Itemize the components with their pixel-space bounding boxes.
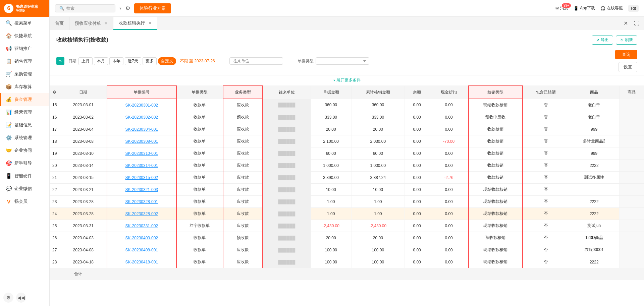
page-title: 收款核销执行(按收款) [56,37,108,44]
sidebar-item-member[interactable]: V 畅会员 [0,195,49,208]
cell-doctype: 收款单 [176,160,223,172]
query-button[interactable]: 查询 [615,50,637,59]
sidebar-item-purchase[interactable]: 🛒 采购管理 [0,68,49,80]
online-service-button[interactable]: 🎧 在线客服 [600,5,623,11]
expand-chevron-icon: ▾ [333,78,335,82]
sidebar-item-marketing[interactable]: 📢 营销推广 [0,42,49,55]
filter-toggle-button[interactable]: » [56,57,64,65]
cell-no: 15 [50,99,60,111]
handshake-icon: 🤝 [6,147,12,154]
col-date-header: 日期 [60,86,107,99]
tab-prepay-close-icon[interactable]: ✕ [104,21,108,26]
cell-settled: 否 [523,123,569,135]
cell-cancel-type: 现结收款核销 [469,196,523,208]
date-btn-more[interactable]: 更多 [143,57,157,65]
cell-biztype: 应收款 [223,172,263,184]
message-button[interactable]: ✉ 消息 99+ [555,5,568,11]
tab-maximize-icon[interactable]: ⛶ [632,20,641,27]
topbar-gear-icon[interactable]: ⚙ [125,5,130,11]
tab-receivable-close-icon[interactable]: ✕ [148,21,152,25]
settings-button[interactable]: 设置 [619,62,637,72]
cell-amount: 100.00 [311,256,351,268]
megaphone-icon: 📢 [6,46,12,52]
target-icon: 🎯 [6,160,12,166]
cell-product: 2222 [569,196,619,208]
sidebar-item-sales[interactable]: 📋 销售管理 [0,55,49,68]
cell-date: 2023-03-21 [60,184,107,196]
tab-close-all-icon[interactable]: ✕ [622,19,630,27]
headset-icon: 🎧 [600,6,605,11]
doc-no-link[interactable]: SK-20230331-002 [125,224,158,228]
date-btn-this-month[interactable]: 本月 [94,57,108,65]
doc-no-link[interactable]: SK-20230408-001 [125,248,158,252]
cell-discount: 0.00 [429,111,469,123]
col-cancel-amount-header: 累计核销金额 [351,86,405,99]
cell-product2 [619,160,644,172]
company-filter-input[interactable] [229,57,283,65]
sidebar-item-guide[interactable]: 🎯 新手引导 [0,157,49,170]
sidebar-item-operation[interactable]: 📊 经营管理 [0,106,49,119]
sidebar-item-hardware[interactable]: 📱 智能硬件 [0,170,49,182]
search-input[interactable] [66,6,107,11]
doc-no-link[interactable]: SK-20230308-001 [125,139,158,144]
doc-no-link[interactable]: SK-20230403-002 [125,236,158,240]
doc-no-link[interactable]: SK-20230321-003 [125,187,158,192]
col-settings-icon[interactable]: ⚙ [53,90,56,95]
cell-docno: SK-20230403-002 [107,232,176,244]
doc-no-link[interactable]: SK-20230315-002 [125,175,158,180]
expand-more-bar[interactable]: ▾ 展开更多条件 [50,75,644,85]
cell-cancel-type: 现结收款核销 [469,208,523,220]
sidebar-item-basic[interactable]: 📝 基础信息 [0,119,49,131]
doc-no-link[interactable]: SK-20230301-002 [125,103,158,108]
cell-date: 2023-04-18 [60,256,107,268]
doc-no-link[interactable]: SK-20230314-001 [125,163,158,168]
col-biztype-header: 业务类型 [223,86,263,99]
sidebar-item-inventory[interactable]: 📦 库存核算 [0,80,49,93]
cell-settled: 否 [523,135,569,147]
solution-button[interactable]: 体验行业方案 [134,3,171,13]
tab-home[interactable]: 首页 [50,17,69,30]
doc-no-link[interactable]: SK-20230418-001 [125,260,158,264]
date-btn-7days[interactable]: 近7天 [125,57,141,65]
cell-date: 2023-03-04 [60,123,107,135]
cell-cancel-amount: 20.00 [351,232,405,244]
sidebar-item-system[interactable]: ⚙️ 系统管理 [0,131,49,144]
sidebar-item-enterprise[interactable]: 🤝 企业协同 [0,144,49,157]
doc-no-link[interactable]: SK-20230310-001 [125,151,158,156]
refresh-button[interactable]: ↻ 刷新 [616,36,637,45]
cell-no: 21 [50,172,60,184]
date-btn-last-month[interactable]: 上月 [78,57,93,65]
cell-biztype: 应收款 [223,184,263,196]
date-btn-this-year[interactable]: 本年 [109,57,123,65]
sidebar-item-quick-nav[interactable]: 🏠 快捷导航 [0,29,49,42]
tab-prepay[interactable]: 预收应收付单 ✕ [69,17,113,30]
sidebar-item-finance[interactable]: 💰 资金管理 [0,93,49,106]
user-profile[interactable]: Rit [628,5,639,12]
cell-no: 25 [50,220,60,232]
service-label: 在线客服 [607,5,623,11]
sidebar-item-search[interactable]: 🔍 搜索菜单 [0,17,49,29]
cell-discount: 0.00 [429,184,469,196]
settings-bottom-icon[interactable]: ⚙ [3,293,13,303]
cell-product2 [619,111,644,123]
doc-no-link[interactable]: SK-20230304-001 [125,127,158,132]
date-range-display: 不限 至 2023-07-26 [180,58,215,64]
cell-product: 2222 [569,256,619,268]
collapse-icon[interactable]: ◀◀ [16,293,26,303]
doc-no-link[interactable]: SK-20230328-002 [125,211,158,216]
doc-no-link[interactable]: SK-20230328-001 [125,199,158,204]
export-button[interactable]: ↗ 导出 [592,36,613,45]
date-btn-custom[interactable]: 自定义 [158,57,176,65]
cell-company: ██████ [263,196,311,208]
type-filter-select[interactable]: 收款单 红字收款单 [316,57,369,65]
cell-product [569,184,619,196]
table-row: 15 2023-03-01 SK-20230301-002 收款单 应收款 ██… [50,99,644,111]
tab-receivable[interactable]: 收款核销执行 ✕ [113,17,157,30]
search-chevron-icon[interactable]: ▾ [119,6,121,11]
app-download-button[interactable]: 📱 App下载 [574,5,595,11]
doc-no-link[interactable]: SK-20230302-002 [125,115,158,120]
cell-cancel-amount: 1.00 [351,208,405,220]
sidebar-item-wechat[interactable]: 💬 企业微信 [0,182,49,195]
table-scroll-container[interactable]: ⚙ 日期 单据编号 单据类型 业务类型 往来单位 单据金额 累计核销金额 余额 … [50,85,644,280]
topbar-search-box[interactable]: 🔍 [55,4,115,12]
